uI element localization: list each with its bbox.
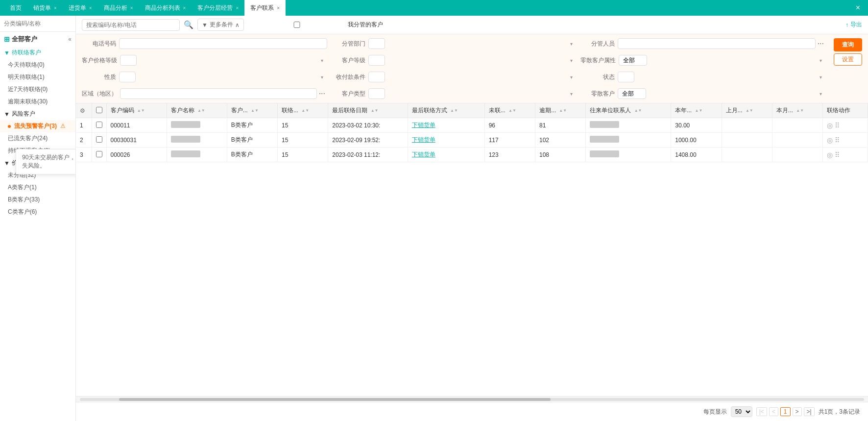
sidebar-search-input[interactable] xyxy=(4,20,76,27)
grade-select[interactable] xyxy=(368,55,385,66)
select-all-checkbox[interactable] xyxy=(96,107,102,113)
prev-page-button[interactable]: < xyxy=(769,407,778,416)
nature-select-wrapper xyxy=(119,72,327,82)
th-checkbox xyxy=(92,103,106,118)
cell-last-way: 下销货单 xyxy=(408,118,484,133)
query-button[interactable]: 查询 xyxy=(834,38,862,51)
grade-select-wrapper xyxy=(368,55,577,66)
search-button[interactable]: 🔍 xyxy=(184,20,193,29)
phone-input[interactable] xyxy=(119,38,327,49)
column-settings-icon[interactable]: ⚙ xyxy=(80,107,85,114)
last-way-link[interactable]: 下销货单 xyxy=(412,151,435,158)
cell-contact: 15 xyxy=(277,118,328,133)
th-unit-contact: 往来单位联系人 ▲▼ xyxy=(586,103,671,118)
sort-icon-no-contact[interactable]: ▲▼ xyxy=(508,108,516,113)
cell-checkbox[interactable] xyxy=(92,148,106,162)
cell-checkbox[interactable] xyxy=(92,118,106,133)
payment-select[interactable] xyxy=(368,72,385,82)
sidebar-group-pending[interactable]: ▼ 待联络客户 xyxy=(0,47,75,59)
scrollbar-thumb[interactable] xyxy=(119,398,551,401)
sidebar-item-churned[interactable]: 已流失客户(24) xyxy=(0,132,75,145)
tab-analysis[interactable]: 商品分析 × xyxy=(98,0,139,16)
sort-icon-contact[interactable]: ▲▼ xyxy=(301,108,309,113)
last-way-link[interactable]: 下销货单 xyxy=(412,136,435,143)
tab-purchase[interactable]: 进货单 × xyxy=(63,0,98,16)
action-chat-icon[interactable]: ◎ xyxy=(827,122,833,129)
sidebar-item-classA[interactable]: A类客户(1) xyxy=(0,181,75,194)
zeroattr-select[interactable]: 全部 xyxy=(619,55,647,66)
horizontal-scrollbar[interactable] xyxy=(76,396,868,402)
tab-customer-tier[interactable]: 客户分层经营 × xyxy=(192,0,244,16)
sort-icon-type[interactable]: ▲▼ xyxy=(251,108,259,113)
sidebar-group-risk[interactable]: ▼ 风险客户 xyxy=(0,108,75,120)
close-tab-sales[interactable]: × xyxy=(54,5,57,11)
close-tab-customer-contact[interactable]: × xyxy=(277,5,280,11)
tab-home[interactable]: 首页 xyxy=(4,0,27,16)
more-filter-button[interactable]: ▼ 更多条件 ∧ xyxy=(197,19,244,31)
filter-person-field: 分管人员 ··· xyxy=(580,38,826,49)
action-chat-icon[interactable]: ◎ xyxy=(827,136,833,144)
action-more-icon[interactable]: ⠿ xyxy=(835,122,840,129)
region-input[interactable] xyxy=(120,88,317,99)
export-button[interactable]: ↑ 导出 xyxy=(845,21,862,29)
sort-icon-last-way[interactable]: ▲▼ xyxy=(450,108,458,113)
sidebar-item-week[interactable]: 近7天待联络(0) xyxy=(0,83,75,96)
close-tab-customer-tier[interactable]: × xyxy=(236,5,239,11)
close-window-button[interactable]: × xyxy=(852,3,864,12)
sidebar-item-tomorrow[interactable]: 明天待联络(1) xyxy=(0,71,75,83)
my-customers-checkbox-label[interactable]: 我分管的客户 xyxy=(248,21,383,29)
sort-icon-code[interactable]: ▲▼ xyxy=(137,108,145,113)
my-customers-checkbox[interactable] xyxy=(248,22,346,28)
sidebar-item-overdue[interactable]: 逾期未联络(30) xyxy=(0,96,75,108)
zerocust-select[interactable]: 全部 xyxy=(618,88,646,99)
cell-checkbox[interactable] xyxy=(92,133,106,148)
custtype-select-wrapper xyxy=(368,88,577,99)
arrow-icon-value: ▼ xyxy=(4,160,10,167)
sort-icon-name[interactable]: ▲▼ xyxy=(197,108,205,113)
sidebar-item-classB[interactable]: B类客户(33) xyxy=(0,194,75,206)
sidebar-item-today[interactable]: 今天待联络(0) xyxy=(0,59,75,71)
more-icon-person[interactable]: ··· xyxy=(816,39,826,48)
pricelevel-select[interactable] xyxy=(120,55,137,66)
next-page-button[interactable]: > xyxy=(793,407,802,416)
dept-select[interactable] xyxy=(368,38,385,49)
last-page-button[interactable]: >| xyxy=(804,407,815,416)
cell-index: 1 xyxy=(76,118,92,133)
cell-name xyxy=(167,148,227,162)
action-more-icon[interactable]: ⠿ xyxy=(835,136,840,144)
sort-icon-unit-contact[interactable]: ▲▼ xyxy=(634,108,642,113)
search-input[interactable] xyxy=(82,19,180,31)
sidebar-item-churn-warning[interactable]: 流失预警客户(3) ⚠ xyxy=(0,120,75,132)
sort-icon-overdue[interactable]: ▲▼ xyxy=(559,108,567,113)
custtype-select[interactable] xyxy=(368,88,385,99)
filter-region-field: 区域（地区） ··· xyxy=(82,88,327,99)
sidebar-all-customers[interactable]: ⊞ 全部客户 « xyxy=(0,32,75,47)
close-tab-analysis[interactable]: × xyxy=(130,5,133,11)
sort-icon-this-year[interactable]: ▲▼ xyxy=(695,108,703,113)
sort-icon-this-month[interactable]: ▲▼ xyxy=(796,108,804,113)
first-page-button[interactable]: |< xyxy=(756,407,767,416)
phone-label: 电话号码 xyxy=(82,40,116,48)
arrow-icon-risk: ▼ xyxy=(4,111,10,118)
per-page-select[interactable]: 50 xyxy=(731,406,752,417)
th-code: 客户编码 ▲▼ xyxy=(106,103,167,118)
filter-phone-field: 电话号码 xyxy=(82,38,327,49)
person-input[interactable] xyxy=(618,38,816,49)
settings-button[interactable]: 设置 xyxy=(834,53,862,66)
close-tab-purchase[interactable]: × xyxy=(89,5,92,11)
table-body: 1 000011 B类客户 15 2023-03-02 10:30: 下销货单 … xyxy=(76,118,868,162)
more-icon-region[interactable]: ··· xyxy=(317,89,327,98)
sort-icon-last-month[interactable]: ▲▼ xyxy=(746,108,753,113)
action-more-icon[interactable]: ⠿ xyxy=(835,151,840,159)
cell-last-date: 2023-02-03 11:12: xyxy=(328,148,408,162)
nature-select[interactable] xyxy=(119,72,136,82)
sort-icon-last-date[interactable]: ▲▼ xyxy=(371,108,379,113)
sidebar-item-classC[interactable]: C类客户(6) xyxy=(0,206,75,218)
last-way-link[interactable]: 下销货单 xyxy=(412,122,435,128)
tab-customer-contact[interactable]: 客户联系 × xyxy=(244,0,286,16)
close-tab-analysis-list[interactable]: × xyxy=(183,5,186,11)
action-chat-icon[interactable]: ◎ xyxy=(827,151,833,159)
tab-analysis-list[interactable]: 商品分析列表 × xyxy=(139,0,192,16)
status-select[interactable] xyxy=(618,72,634,82)
tab-sales[interactable]: 销货单 × xyxy=(27,0,63,16)
